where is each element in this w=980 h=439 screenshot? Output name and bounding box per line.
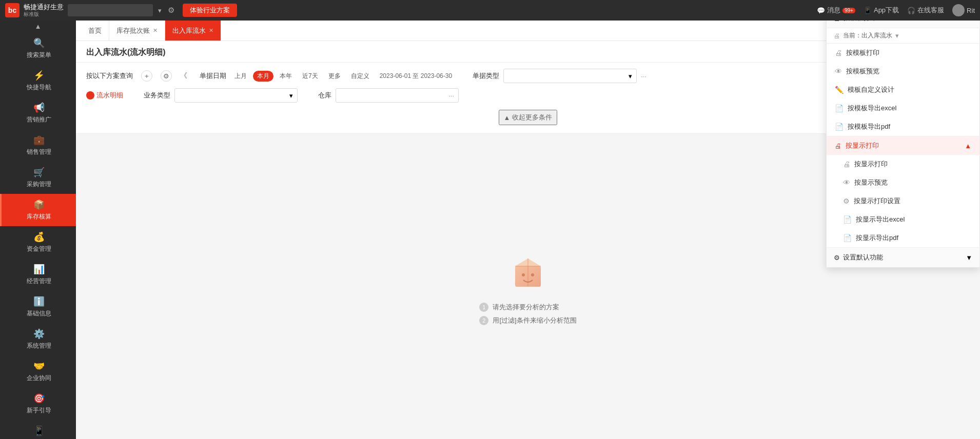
sidebar-item-newbie[interactable]: 🎯 新手引导 [0,388,76,420]
message-icon: 💬 [817,7,825,14]
sidebar-item-marketing[interactable]: 📢 营销推广 [0,97,76,129]
tab-flow-detail[interactable]: 出入库流水 ✕ [165,21,221,41]
online-service-btn[interactable]: 🎧 在线客服 [907,6,944,15]
business-type-dropdown-icon: ▾ [289,92,293,99]
dropdown-item-display-export-pdf[interactable]: 📄 按显示导出pdf [827,229,979,247]
tab-flow-detail-close[interactable]: ✕ [209,27,213,34]
handshake-icon: 🤝 [33,361,45,372]
sidebar-item-basic-info[interactable]: ℹ️ 基础信息 [0,291,76,323]
date-option-last-month[interactable]: 上月 [230,71,251,82]
dropdown-item-display-export-excel[interactable]: 📄 按显示导出excel [827,210,979,229]
avatar [952,4,965,16]
eye-icon: 👁 [835,67,842,75]
warehouse-group: 仓库 ··· [318,88,459,103]
info-icon: ℹ️ [33,296,45,307]
search-dropdown-icon[interactable]: ▾ [158,7,162,14]
empty-hint: 1 请先选择要分析的方案 2 用[过滤]条件来缩小分析范围 [479,303,576,325]
cart-icon: 🛒 [33,167,45,178]
business-type-select[interactable]: ▾ [174,88,298,103]
date-option-custom[interactable]: 自定义 [347,71,374,82]
date-field-label: 单据日期 [200,71,226,81]
dropdown-current-arrow: ▾ [895,32,899,39]
dropdown-footer[interactable]: ⚙ 设置默认功能 ▼ [827,248,979,267]
tab-batch-ledger[interactable]: 库存批次账 ✕ [109,21,165,41]
lightning-icon: ⚡ [33,70,45,81]
hint-item-1: 1 请先选择要分析的方案 [479,303,576,312]
date-options: 上月 本月 本年 近7天 更多 自定义 [230,71,374,82]
dropdown-display-print-header[interactable]: 🖨 按显示打印 ▲ [827,136,979,155]
topbar-right: 💬 消息 99+ 📱 App下载 🎧 在线客服 Rit [817,4,975,16]
empty-illustration [505,248,551,294]
tab-home[interactable]: 首页 [81,21,109,41]
eye2-icon: 👁 [843,178,850,187]
excel-icon: 📄 [835,104,844,112]
tab-batch-ledger-close[interactable]: ✕ [153,27,158,34]
dropdown-item-template-export-excel[interactable]: 📄 按模板导出excel [827,99,979,117]
dropdown-item-template-print[interactable]: 🖨 按模板打印 [827,44,979,62]
hint-num-1: 1 [479,303,488,312]
warehouse-label: 仓库 [318,91,331,100]
warehouse-more-icon[interactable]: ··· [448,92,454,99]
filter-collapse-button[interactable]: 《 [180,71,187,81]
printer-red-icon: 🖨 [835,142,841,150]
date-option-more[interactable]: 更多 [324,71,345,82]
app-download-btn[interactable]: 📱 App下载 [864,6,899,15]
messages-btn[interactable]: 💬 消息 99+ [817,6,855,15]
dropdown-item-display-preview[interactable]: 👁 按显示预览 [827,173,979,192]
voucher-type-select[interactable]: ▾ [503,69,637,83]
search-input[interactable] [68,4,153,16]
chevron-up-icon: ▲ [504,114,511,122]
sidebar-item-app-center[interactable]: 📱 应用中心 [0,420,76,439]
date-option-last-7-days[interactable]: 近7天 [298,71,322,82]
voucher-type-dropdown-icon: ▾ [629,72,632,80]
excel2-icon: 📄 [843,215,852,224]
edit-icon: ✏️ [835,86,844,94]
sidebar-item-system[interactable]: ⚙️ 系统管理 [0,323,76,355]
sidebar-item-sales[interactable]: 💼 销售管理 [0,129,76,162]
flow-detail-icon [86,91,94,99]
flow-detail-label[interactable]: 流水明细 [96,91,123,100]
sidebar-item-inventory[interactable]: 📦 库存核算 [0,194,76,226]
settings-icon[interactable]: ⚙ [168,6,174,15]
printer-icon: 🖨 [834,21,840,22]
date-option-current-month[interactable]: 本月 [253,71,273,82]
sidebar-scroll-up[interactable]: ▲ [0,21,76,32]
voucher-type-more-icon[interactable]: ··· [641,72,646,80]
filter-setting-button[interactable]: ⚙ [161,70,172,82]
sidebar-item-search-menu[interactable]: 🔍 搜索菜单 [0,32,76,65]
gear-icon: ⚙️ [33,328,45,340]
pdf2-icon: 📄 [843,234,852,242]
target-icon: 🎯 [33,393,45,404]
hint-item-2: 2 用[过滤]条件来缩小分析范围 [479,316,576,325]
dropdown-item-template-export-pdf[interactable]: 📄 按模板导出pdf [827,117,979,136]
dropdown-item-template-preview[interactable]: 👁 按模板预览 [827,62,979,81]
brand: 畅捷通好生意 标准版 [24,3,64,17]
topbar: bc 畅捷通好生意 标准版 ▾ ⚙ 体验行业方案 💬 消息 99+ 📱 App下… [0,0,980,21]
inventory-icon: 📦 [33,199,45,210]
dropdown-panel: 🖨 按模板打印 ▲ 🖨 当前：出入库流水 ▾ 🖨 按模板打印 [826,21,980,268]
money-icon: 💰 [33,231,45,243]
svg-point-5 [531,273,534,276]
sidebar-item-purchase[interactable]: 🛒 采购管理 [0,162,76,194]
headset-icon: 🎧 [907,7,915,14]
user-profile[interactable]: Rit [952,4,975,16]
sidebar-item-enterprise[interactable]: 🤝 企业协同 [0,355,76,388]
collapse-more-button[interactable]: ▲ 收起更多条件 [499,110,558,125]
dropdown-item-template-design[interactable]: ✏️ 模板自定义设计 [827,81,979,99]
sidebar-item-finance[interactable]: 💰 资金管理 [0,226,76,258]
sidebar-item-quick-nav[interactable]: ⚡ 快捷导航 [0,65,76,97]
date-option-current-year[interactable]: 本年 [276,71,296,82]
dropdown-footer-text: ⚙ 设置默认功能 [834,253,883,262]
dropdown-item-display-print-settings[interactable]: ⚙ 按显示打印设置 [827,192,979,210]
warehouse-select[interactable]: ··· [336,88,459,103]
mobile-icon: 📱 [33,425,45,436]
date-range-display: 2023-06-01 至 2023-06-30 [380,72,452,81]
empty-state: 1 请先选择要分析的方案 2 用[过滤]条件来缩小分析范围 [479,248,576,325]
dropdown-section-2: 🖨 按显示打印 👁 按显示预览 ⚙ 按显示打印设置 📄 按显示导出excel [827,155,979,248]
sidebar-item-operations[interactable]: 📊 经营管理 [0,258,76,291]
dropdown-item-display-print[interactable]: 🖨 按显示打印 [827,155,979,173]
filter-add-button[interactable]: + [141,70,152,82]
dropdown-header-chevron-up-icon[interactable]: ▲ [966,21,972,22]
trial-button[interactable]: 体验行业方案 [183,4,237,17]
dropdown-header-title: 🖨 按模板打印 [834,21,877,23]
